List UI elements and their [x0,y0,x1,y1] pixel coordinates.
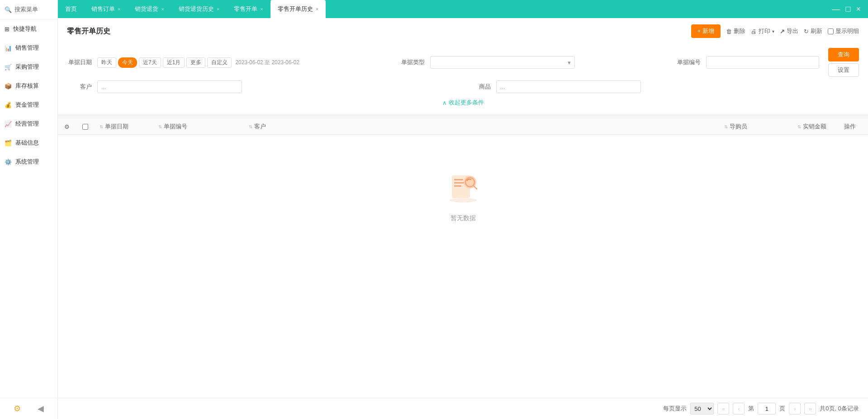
per-page-select[interactable]: 50 10 20 100 [690,403,714,414]
col-amount-label: 实销金额 [803,122,826,131]
prev-page-button[interactable]: ‹ [733,403,745,414]
type-filter-select[interactable]: ▾ [430,56,575,69]
tab-sales-return-history[interactable]: 销货退货历史 × [171,0,227,18]
date-btn-more[interactable]: 更多 [186,57,205,68]
date-btn-7days[interactable]: 近7天 [139,57,161,68]
search-menu[interactable]: 搜索菜单 [0,0,57,19]
close-retail-order-history-icon[interactable]: × [316,6,318,12]
sidebar-item-base[interactable]: 🗂️ 基础信息 [0,133,57,152]
display-detail-label: 显示明细 [835,27,859,35]
col-date: ⇅ 单据日期 [94,122,153,131]
print-button[interactable]: 🖨 打印 ▾ [751,27,774,35]
first-page-button[interactable]: « [717,403,729,414]
client-filter-label: 客户 [67,83,92,91]
search-menu-label: 搜索菜单 [14,5,38,14]
add-button[interactable]: + 新增 [691,24,721,38]
select-all-checkbox[interactable] [82,124,88,130]
export-label: 导出 [787,27,798,35]
next-page-icon: › [794,405,796,412]
minimize-icon[interactable]: — [832,5,840,14]
sort-amount-icon[interactable]: ⇅ [797,124,801,129]
tab-sales-return[interactable]: 销货退货 × [128,0,171,18]
purchase-icon: 🛒 [5,64,12,71]
svg-point-0 [450,198,477,202]
product-filter-input[interactable]: ... [496,80,641,93]
tab-home-label: 首页 [65,5,77,13]
page-number-input[interactable] [758,403,776,414]
tab-sales-return-history-label: 销货退货历史 [179,5,214,13]
refresh-button[interactable]: ↻ 刷新 [804,27,822,35]
table-header: ⚙ ⇅ 单据日期 ⇅ 单据编号 ⇅ 客户 ⇅ [58,119,868,135]
sidebar-item-management[interactable]: 📈 经营管理 [0,114,57,133]
col-settings[interactable]: ⚙ [58,123,76,130]
query-button[interactable]: 查询 [828,48,859,61]
tab-retail-order-history[interactable]: 零售开单历史 × [270,0,326,18]
collapse-filter-icon: ∧ [442,99,447,106]
settings-button[interactable]: 设置 [828,63,859,77]
sidebar-item-label: 经营管理 [15,120,39,128]
last-page-button[interactable]: » [804,403,816,414]
filter-area: 单据日期 昨天 今天 近7天 近1月 更多 自定义 2023-06-02 至 2… [67,43,859,115]
col-action-label: 操作 [844,122,856,131]
filter-row-client: 客户 ... 商品 ... [67,80,859,93]
sidebar-item-system[interactable]: ⚙️ 系统管理 [0,152,57,171]
top-nav-right: — □ × [825,5,868,14]
settings-gear-icon[interactable]: ⚙ [64,123,70,130]
total-info: 共0页, 0条记录 [820,405,859,413]
sales-icon: 📊 [5,45,12,52]
close-sales-return-icon[interactable]: × [161,6,164,12]
client-filter-input[interactable]: ... [97,80,242,93]
tab-retail-order[interactable]: 零售开单 × [227,0,270,18]
svg-line-7 [474,186,477,189]
collapse-filter-button[interactable]: ∧ 收起更多条件 [67,97,859,110]
next-page-button[interactable]: › [789,403,801,414]
sidebar-item-purchase[interactable]: 🛒 采购管理 [0,57,57,76]
display-detail-checkbox-label[interactable]: 显示明细 [828,27,859,35]
sidebar-item-label: 库存核算 [15,82,39,90]
tab-home[interactable]: 首页 [58,0,84,18]
close-sales-order-icon[interactable]: × [118,6,120,12]
sidebar-bottom: ⚙ ◀ [0,398,57,419]
sidebar-item-sales[interactable]: 📊 销售管理 [0,38,57,57]
page-unit: 页 [779,405,785,413]
close-retail-order-icon[interactable]: × [260,6,263,12]
client-filter-ellipsis: ... [101,84,106,90]
date-btn-custom[interactable]: 自定义 [207,57,232,68]
maximize-icon[interactable]: □ [846,5,851,14]
display-detail-checkbox[interactable] [828,28,834,34]
collapse-sidebar-icon[interactable]: ◀ [38,404,44,414]
collapse-filter-label: 收起更多条件 [449,99,484,107]
svg-rect-2 [454,179,463,180]
col-checkbox[interactable] [76,124,94,130]
col-client: ⇅ 客户 [243,122,719,131]
sidebar-item-nav[interactable]: ⊞ 快捷导航 [0,19,57,38]
col-code-label: 单据编号 [164,122,187,131]
sort-client-icon[interactable]: ⇅ [249,124,252,129]
export-button[interactable]: ↗ 导出 [780,27,798,35]
prev-page-icon: ‹ [738,405,740,412]
sidebar-item-label: 采购管理 [15,63,39,71]
base-icon: 🗂️ [5,140,12,146]
page-word: 第 [748,405,754,413]
date-btn-1month[interactable]: 近1月 [163,57,185,68]
empty-text: 暂无数据 [451,214,476,222]
code-filter-input[interactable] [706,56,819,69]
sort-code-icon[interactable]: ⇅ [158,124,162,129]
empty-state: 暂无数据 [58,135,868,250]
date-btn-yesterday[interactable]: 昨天 [97,57,116,68]
export-icon: ↗ [780,28,785,35]
sort-guide-icon[interactable]: ⇅ [724,124,728,129]
sidebar-item-finance[interactable]: 💰 资金管理 [0,95,57,114]
sidebar-item-label: 快捷导航 [13,25,37,33]
settings-icon[interactable]: ⚙ [14,404,21,414]
management-icon: 📈 [5,121,12,127]
delete-button[interactable]: 🗑 删除 [726,27,745,35]
tab-sales-order[interactable]: 销售订单 × [84,0,128,18]
date-btn-today[interactable]: 今天 [118,57,137,68]
close-sales-return-history-icon[interactable]: × [217,6,219,12]
sidebar-item-inventory[interactable]: 📦 库存核算 [0,76,57,95]
sidebar-item-label: 销售管理 [15,44,39,52]
sidebar-item-label: 基础信息 [15,139,39,147]
sort-up-date-icon[interactable]: ⇅ [100,124,103,129]
close-window-icon[interactable]: × [856,5,861,14]
